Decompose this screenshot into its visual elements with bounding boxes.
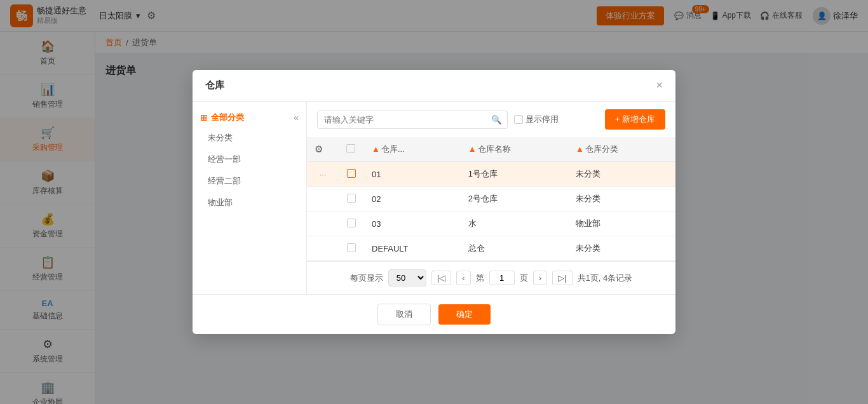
col-settings-header: ⚙ (307, 137, 339, 162)
row-check[interactable] (339, 212, 364, 236)
sort-icon-cat: ▲ (576, 144, 584, 154)
table-header-row: ⚙ ▲仓库... ▲仓库名称 (307, 137, 675, 162)
category-item-unclassified[interactable]: 未分类 (193, 127, 306, 149)
search-button[interactable]: 🔍 (486, 111, 507, 128)
gear-icon[interactable]: ⚙ (315, 144, 323, 154)
row-checkbox[interactable] (347, 219, 356, 227)
table-toolbar: 🔍 显示停用 + 新增仓库 (307, 102, 675, 137)
page-prev-button[interactable]: ‹ (456, 271, 470, 285)
table-row[interactable]: ··· 01 1号仓库 未分类 (307, 162, 675, 187)
page-last-button[interactable]: ▷| (552, 271, 572, 285)
row-more[interactable] (307, 187, 339, 212)
table-row[interactable]: 03 水 物业部 (307, 212, 675, 236)
show-disabled-text: 显示停用 (526, 114, 559, 125)
row-checkbox[interactable] (347, 243, 356, 252)
confirm-button[interactable]: 确定 (438, 304, 491, 325)
page-prefix: 第 (476, 273, 484, 284)
category-collapse-button[interactable]: « (294, 112, 299, 123)
row-more-icon: ··· (320, 170, 327, 179)
add-warehouse-button[interactable]: + 新增仓库 (605, 109, 665, 130)
col-name-header: ▲仓库名称 (461, 137, 568, 162)
col-code-header: ▲仓库... (364, 137, 461, 162)
page-first-button[interactable]: |◁ (431, 271, 451, 285)
page-next-button[interactable]: › (533, 271, 547, 285)
search-box: 🔍 (317, 111, 508, 129)
row-category: 未分类 (568, 162, 675, 187)
pagination: 每页显示 50 20 100 |◁ ‹ 第 页 › ▷| 共1页, 4条记录 (307, 261, 675, 294)
row-name: 2号仓库 (461, 187, 568, 212)
row-category: 物业部 (568, 212, 675, 236)
row-code: 03 (364, 212, 461, 236)
modal-close-button[interactable]: × (656, 79, 663, 92)
category-item-property[interactable]: 物业部 (193, 192, 306, 213)
category-item-dept2[interactable]: 经营二部 (193, 170, 306, 192)
page-summary: 共1页, 4条记录 (578, 273, 633, 284)
cancel-button[interactable]: 取消 (377, 304, 431, 325)
row-check[interactable] (339, 162, 364, 187)
show-disabled-label[interactable]: 显示停用 (514, 114, 559, 125)
sort-icon-name: ▲ (468, 144, 477, 154)
row-name: 1号仓库 (461, 162, 568, 187)
category-item-dept1[interactable]: 经营一部 (193, 149, 306, 170)
row-check[interactable] (339, 187, 364, 212)
col-check-header (339, 137, 364, 162)
row-checkbox[interactable] (347, 194, 356, 203)
row-name: 水 (461, 212, 568, 236)
warehouse-table: ⚙ ▲仓库... ▲仓库名称 (307, 137, 675, 261)
modal-header: 仓库 × (193, 70, 675, 102)
table-panel: 🔍 显示停用 + 新增仓库 ⚙ (307, 102, 675, 294)
row-name: 总仓 (461, 236, 568, 261)
per-page-label: 每页显示 (350, 273, 383, 284)
select-all-checkbox[interactable] (346, 144, 355, 153)
row-check[interactable] (339, 236, 364, 261)
page-suffix: 页 (520, 273, 528, 284)
modal-overlay: 仓库 × ⊞ 全部分类 « 未分类 经营一部 经营二部 物业部 (0, 0, 868, 404)
row-code: 02 (364, 187, 461, 212)
show-disabled-checkbox[interactable] (514, 115, 523, 124)
row-code: 01 (364, 162, 461, 187)
page-number-input[interactable] (489, 271, 515, 285)
row-checkbox[interactable] (347, 169, 356, 178)
category-all: ⊞ 全部分类 (200, 112, 244, 123)
category-all-label: 全部分类 (211, 112, 244, 123)
category-all-header[interactable]: ⊞ 全部分类 « (193, 108, 306, 127)
category-panel: ⊞ 全部分类 « 未分类 经营一部 经营二部 物业部 (193, 102, 307, 294)
row-more[interactable] (307, 212, 339, 236)
modal-body: ⊞ 全部分类 « 未分类 经营一部 经营二部 物业部 🔍 (193, 102, 675, 294)
per-page-select[interactable]: 50 20 100 (388, 269, 426, 286)
col-category-header: ▲仓库分类 (568, 137, 675, 162)
row-category: 未分类 (568, 187, 675, 212)
modal-title: 仓库 (205, 79, 224, 91)
category-all-icon: ⊞ (200, 113, 207, 123)
sort-icon: ▲ (372, 144, 380, 154)
modal-footer: 取消 确定 (193, 294, 675, 334)
row-more[interactable] (307, 236, 339, 261)
table-scroll: ⚙ ▲仓库... ▲仓库名称 (307, 137, 675, 261)
row-more[interactable]: ··· (307, 162, 339, 187)
warehouse-modal: 仓库 × ⊞ 全部分类 « 未分类 经营一部 经营二部 物业部 (193, 70, 675, 334)
row-category: 未分类 (568, 236, 675, 261)
search-input[interactable] (318, 111, 486, 128)
row-code: DEFAULT (364, 236, 461, 261)
table-row[interactable]: 02 2号仓库 未分类 (307, 187, 675, 212)
table-row[interactable]: DEFAULT 总仓 未分类 (307, 236, 675, 261)
